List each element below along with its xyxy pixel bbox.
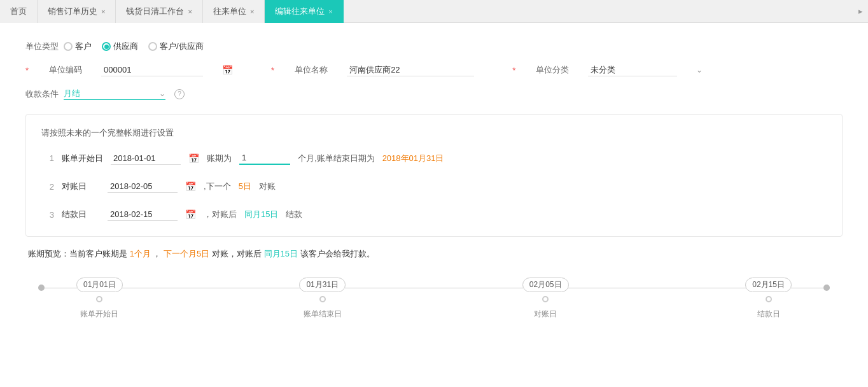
radio-customer-circle — [64, 42, 73, 51]
tab-cash-work-close[interactable]: × — [188, 8, 192, 15]
period-start-date-input[interactable] — [111, 152, 181, 165]
unit-category-input[interactable] — [588, 64, 677, 76]
timeline-dot-2 — [319, 296, 326, 302]
timeline-start-endpoint — [38, 285, 45, 291]
card-title: 请按照未来的一个完整帐期进行设置 — [41, 127, 827, 139]
tab-home-label: 首页 — [10, 6, 27, 17]
period-suffix-label-1: 账期为 — [207, 153, 232, 164]
tab-partner-unit-label: 往来单位 — [213, 6, 246, 17]
period-field-label-1: 账单开始日 — [62, 153, 103, 164]
tab-bar: 首页 销售订单历史 × 钱货日清工作台 × 往来单位 × 编辑往来单位 × ▸ — [0, 0, 868, 23]
timeline-label-4: 02月15日 — [745, 278, 792, 292]
unit-code-input[interactable] — [101, 64, 203, 76]
timeline-end-endpoint — [823, 285, 830, 291]
preview-part3: 同月15日 — [264, 249, 298, 258]
radio-supplier-circle — [102, 42, 111, 51]
period-field-label-3: 结款日 — [62, 209, 100, 220]
radio-customer[interactable]: 客户 — [64, 41, 92, 52]
period-payment-suffix: 结款 — [286, 209, 302, 220]
period-start-calendar-icon[interactable]: 📅 — [188, 153, 199, 164]
unit-info-row: * 单位编码 📅 * 单位名称 * 单位分类 ⌄ — [25, 64, 843, 76]
period-text-1: 个月,账单结束日期为 — [298, 153, 375, 164]
timeline-dot-3 — [542, 296, 549, 302]
payment-label: 收款条件 — [25, 88, 59, 100]
period-field-label-2: 对账日 — [62, 181, 100, 192]
timeline-label-2: 01月31日 — [299, 278, 346, 292]
period-payment-date-input[interactable] — [108, 208, 178, 221]
tab-edit-partner-close[interactable]: × — [328, 8, 332, 15]
timeline-point-1: 01月01日 账单开始日 — [76, 278, 123, 320]
period-row-2: 2 对账日 📅 ,下一个 5日 对账 — [41, 180, 827, 193]
radio-supplier[interactable]: 供应商 — [102, 41, 138, 52]
unit-type-radio-group: 客户 供应商 客户/供应商 — [64, 41, 204, 52]
unit-category-chevron-icon[interactable]: ⌄ — [696, 66, 703, 74]
timeline-items: 01月01日 账单开始日 01月31日 账单结束日 02月05日 对账日 02月… — [38, 278, 830, 320]
unit-type-row: 单位类型 客户 供应商 客户/供应商 — [25, 41, 843, 52]
unit-code-calendar-icon[interactable]: 📅 — [222, 65, 233, 75]
period-payment-calendar-icon[interactable]: 📅 — [185, 209, 196, 220]
timeline-desc-2: 账单结束日 — [304, 309, 342, 320]
tab-sales-order-close[interactable]: × — [101, 8, 105, 15]
help-icon[interactable]: ? — [174, 89, 185, 99]
unit-code-label: 单位编码 — [49, 64, 82, 76]
period-reconcile-calendar-icon[interactable]: 📅 — [185, 181, 196, 192]
tab-partner-unit-close[interactable]: × — [250, 8, 254, 15]
period-reconcile-suffix: 对账 — [259, 181, 276, 192]
radio-both[interactable]: 客户/供应商 — [148, 41, 204, 52]
payment-chevron-icon[interactable]: ⌄ — [159, 89, 165, 98]
radio-both-circle — [148, 42, 157, 51]
preview-text2: ， — [153, 249, 161, 258]
unit-category-star: * — [512, 66, 515, 75]
unit-name-label: 单位名称 — [295, 64, 328, 76]
period-payment-day: 同月15日 — [244, 209, 278, 220]
tab-edit-partner-label: 编辑往来单位 — [275, 6, 325, 17]
period-payment-prefix: ，对账后 — [204, 209, 237, 220]
period-card: 请按照未来的一个完整帐期进行设置 1 账单开始日 📅 账期为 个月,账单结束日期… — [25, 114, 843, 237]
period-reconcile-prefix: ,下一个 — [204, 181, 231, 192]
period-num-2: 2 — [41, 182, 54, 192]
payment-select[interactable]: 月结 ⌄ — [64, 88, 165, 100]
tab-sales-order-label: 销售订单历史 — [48, 6, 97, 17]
timeline-point-2: 01月31日 账单结束日 — [299, 278, 346, 320]
timeline-label-3: 02月05日 — [522, 278, 569, 292]
timeline-dot-4 — [766, 296, 772, 302]
tab-sales-order[interactable]: 销售订单历史 × — [38, 0, 116, 23]
unit-category-label: 单位分类 — [536, 64, 569, 76]
preview-text4: 该客户会给我打款。 — [300, 249, 375, 258]
timeline-desc-1: 账单开始日 — [80, 309, 118, 320]
period-reconcile-day: 5日 — [239, 181, 251, 192]
tab-home[interactable]: 首页 — [0, 0, 38, 23]
tab-partner-unit[interactable]: 往来单位 × — [203, 0, 265, 23]
period-month-input[interactable] — [239, 151, 290, 165]
timeline-label-1: 01月01日 — [76, 278, 123, 292]
unit-code-star: * — [25, 66, 29, 75]
period-reconcile-date-input[interactable] — [108, 180, 178, 193]
timeline-dot-1 — [96, 296, 102, 302]
tab-cash-work[interactable]: 钱货日清工作台 × — [116, 0, 202, 23]
period-row-3: 3 结款日 📅 ，对账后 同月15日 结款 — [41, 208, 827, 221]
timeline-desc-3: 对账日 — [534, 309, 557, 320]
preview-part1: 1个月 — [130, 249, 151, 258]
period-num-3: 3 — [41, 210, 54, 220]
timeline-point-4: 02月15日 结款日 — [745, 278, 792, 320]
timeline-point-3: 02月05日 对账日 — [522, 278, 569, 320]
preview-text3: 对账，对账后 — [212, 249, 262, 258]
unit-name-star: * — [271, 66, 274, 75]
period-num-1: 1 — [41, 153, 54, 163]
main-content: 单位类型 客户 供应商 客户/供应商 * 单位编码 📅 * 单位名称 * 单位分… — [0, 23, 868, 387]
preview-label: 账期预览：当前客户账期是 — [28, 249, 127, 258]
timeline-desc-4: 结款日 — [757, 309, 780, 320]
tab-more-arrow[interactable]: ▸ — [853, 0, 868, 22]
preview-section: 账期预览：当前客户账期是 1个月 ， 下一个月5日 对账，对账后 同月15日 该… — [25, 248, 843, 260]
unit-name-input[interactable] — [347, 64, 474, 76]
tab-edit-partner[interactable]: 编辑往来单位 × — [265, 0, 343, 23]
radio-supplier-label: 供应商 — [113, 41, 138, 52]
tab-cash-work-label: 钱货日清工作台 — [126, 6, 184, 17]
unit-type-label: 单位类型 — [25, 41, 59, 52]
payment-value: 月结 — [64, 88, 157, 99]
preview-part2: 下一个月5日 — [164, 249, 209, 258]
period-row-1: 1 账单开始日 📅 账期为 个月,账单结束日期为 2018年01月31日 — [41, 151, 827, 165]
radio-customer-label: 客户 — [75, 41, 92, 52]
period-end-date-highlight: 2018年01月31日 — [382, 153, 444, 164]
payment-row: 收款条件 月结 ⌄ ? — [25, 88, 843, 100]
